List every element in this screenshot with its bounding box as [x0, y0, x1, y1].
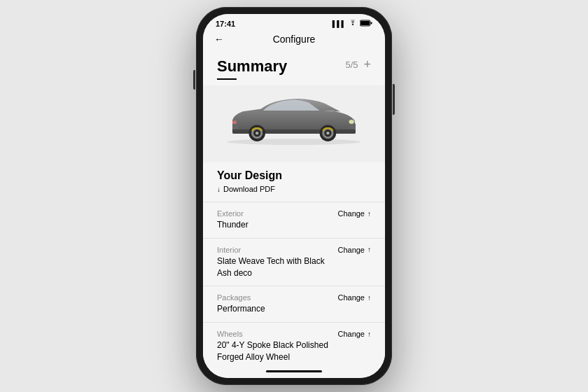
collapse-packages-icon[interactable]: ↑: [368, 294, 371, 302]
config-left-interior: Interior Slate Weave Tech with Black Ash…: [217, 246, 329, 279]
change-interior-button[interactable]: Change: [337, 246, 365, 254]
svg-point-13: [326, 131, 329, 134]
wifi-icon: [349, 20, 357, 28]
summary-meta: 5/5 +: [345, 57, 371, 72]
change-exterior-button[interactable]: Change: [337, 209, 365, 218]
summary-title: Summary: [217, 57, 287, 76]
config-category-packages: Packages: [217, 293, 265, 302]
svg-rect-2: [371, 22, 372, 24]
svg-point-14: [227, 139, 361, 145]
config-value-packages: Performance: [217, 303, 265, 315]
phone-frame: 17:41 ▌▌▌: [196, 7, 392, 385]
download-pdf-label: Download PDF: [223, 185, 275, 193]
car-image-container: [203, 85, 385, 162]
download-icon: ↓: [217, 186, 220, 193]
your-design-section: Your Design ↓ Download PDF: [203, 162, 385, 202]
config-row-packages: Packages Performance Change ↑: [203, 286, 385, 322]
collapse-exterior-icon[interactable]: ↑: [368, 210, 371, 218]
svg-rect-5: [232, 120, 237, 123]
config-rows-container: Exterior Thunder Change ↑ Interior Slate…: [203, 202, 385, 364]
status-icons: ▌▌▌: [332, 20, 372, 28]
home-bar: [266, 370, 322, 372]
status-time: 17:41: [216, 20, 235, 28]
battery-icon: [360, 20, 372, 28]
nav-title: Configure: [273, 34, 316, 45]
your-design-title: Your Design: [217, 169, 371, 182]
svg-point-9: [255, 131, 258, 134]
collapse-wheels-icon[interactable]: ↑: [368, 330, 371, 338]
config-category-wheels: Wheels: [217, 330, 329, 338]
config-right-interior[interactable]: Change ↑: [337, 246, 371, 254]
config-right-packages[interactable]: Change ↑: [337, 293, 371, 302]
config-value-wheels: 20" 4-Y Spoke Black Polished Forged Allo…: [217, 340, 329, 363]
config-category-interior: Interior: [217, 246, 329, 254]
change-packages-button[interactable]: Change: [337, 293, 365, 302]
nav-bar: ← Configure: [203, 31, 385, 49]
summary-count: 5/5: [345, 59, 358, 70]
summary-underline: [217, 78, 237, 80]
content-scroll[interactable]: Summary 5/5 +: [203, 49, 385, 364]
download-pdf-button[interactable]: ↓ Download PDF: [217, 185, 371, 193]
summary-left: Summary: [217, 57, 287, 80]
back-button[interactable]: ←: [214, 34, 224, 45]
signal-icon: ▌▌▌: [332, 20, 346, 27]
config-value-interior: Slate Weave Tech with Black Ash deco: [217, 255, 329, 279]
config-right-exterior[interactable]: Change ↑: [337, 209, 371, 218]
change-wheels-button[interactable]: Change: [337, 330, 365, 338]
config-left-exterior: Exterior Thunder: [217, 209, 248, 231]
config-left-packages: Packages Performance: [217, 293, 265, 315]
home-indicator: [203, 364, 385, 378]
svg-rect-1: [360, 21, 370, 25]
car-image: [217, 90, 371, 156]
status-bar: 17:41 ▌▌▌: [203, 14, 385, 31]
collapse-interior-icon[interactable]: ↑: [368, 246, 371, 253]
svg-point-4: [349, 120, 354, 124]
config-row-interior: Interior Slate Weave Tech with Black Ash…: [203, 238, 385, 286]
config-row-wheels: Wheels 20" 4-Y Spoke Black Polished Forg…: [203, 322, 385, 364]
config-category-exterior: Exterior: [217, 209, 248, 218]
config-right-wheels[interactable]: Change ↑: [337, 330, 371, 338]
summary-add-button[interactable]: +: [363, 57, 371, 72]
config-value-exterior: Thunder: [217, 219, 248, 231]
summary-header: Summary 5/5 +: [203, 49, 385, 85]
config-row-exterior: Exterior Thunder Change ↑: [203, 202, 385, 238]
config-left-wheels: Wheels 20" 4-Y Spoke Black Polished Forg…: [217, 330, 329, 363]
phone-screen: 17:41 ▌▌▌: [203, 14, 385, 378]
